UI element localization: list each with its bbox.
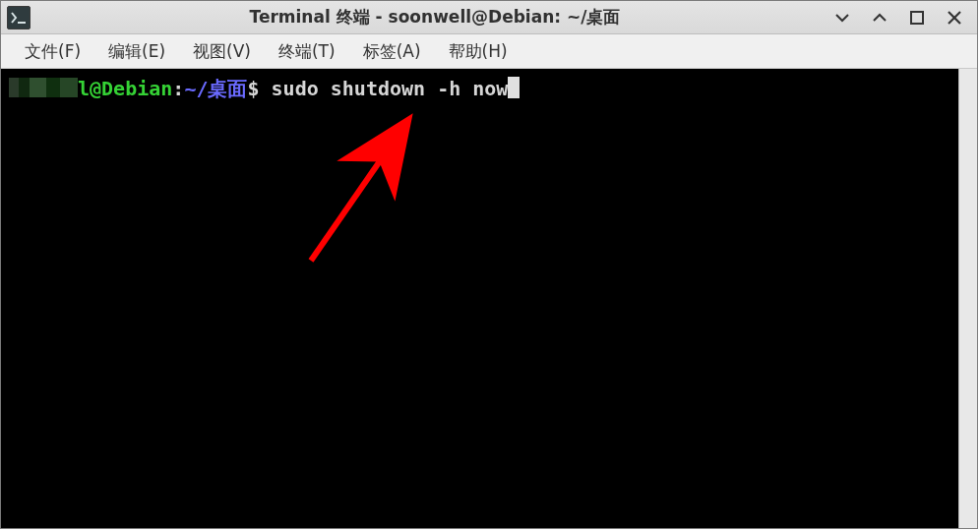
terminal-app-icon: [7, 6, 31, 30]
prompt-colon: :: [172, 77, 184, 100]
window-title: Terminal 终端 - soonwell@Debian: ~/桌面: [38, 6, 831, 29]
command-text: sudo shutdown -h now: [272, 77, 509, 100]
terminal-window: Terminal 终端 - soonwell@Debian: ~/桌面 文件(F…: [0, 0, 978, 529]
minimize-icon[interactable]: [831, 7, 853, 29]
menu-help[interactable]: 帮助(H): [435, 36, 521, 67]
window-controls: [831, 7, 971, 29]
redacted-pixels: [9, 78, 78, 97]
terminal-area: l@Debian:~/桌面$ sudo shutdown -h now: [1, 69, 977, 528]
prompt-sigil: $: [247, 77, 259, 100]
prompt-space: [260, 77, 272, 100]
menu-view[interactable]: 视图(V): [179, 36, 265, 67]
menu-edit[interactable]: 编辑(E): [94, 36, 179, 67]
menu-tabs[interactable]: 标签(A): [349, 36, 435, 67]
prompt-path: ~/桌面: [184, 77, 247, 100]
menubar: 文件(F) 编辑(E) 视图(V) 终端(T) 标签(A) 帮助(H): [1, 34, 977, 69]
text-cursor: [508, 77, 520, 98]
svg-rect-1: [911, 12, 923, 24]
titlebar: Terminal 终端 - soonwell@Debian: ~/桌面: [1, 1, 977, 34]
close-icon[interactable]: [944, 7, 965, 29]
roll-up-icon[interactable]: [869, 7, 890, 29]
vertical-scrollbar[interactable]: [958, 69, 977, 528]
terminal-output[interactable]: l@Debian:~/桌面$ sudo shutdown -h now: [1, 69, 958, 528]
menu-file[interactable]: 文件(F): [11, 36, 94, 67]
maximize-icon[interactable]: [906, 7, 928, 29]
prompt-user-host: l@Debian: [78, 77, 172, 100]
menu-terminal[interactable]: 终端(T): [265, 36, 349, 67]
